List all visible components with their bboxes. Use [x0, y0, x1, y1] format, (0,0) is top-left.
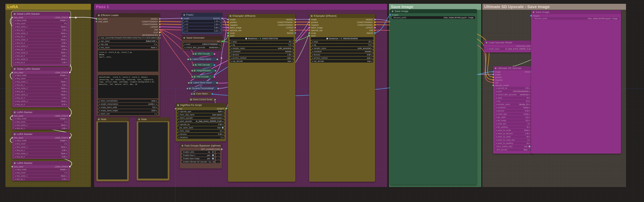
prompt-textarea[interactable]	[98, 122, 127, 180]
widget-lora_wt_1[interactable]: ◀lora_wt_11.20▶	[14, 178, 68, 181]
combo-right-arrow-icon[interactable]: ▶	[66, 140, 68, 141]
node-header[interactable]: LoRA Stacker	[12, 161, 70, 165]
output-dot[interactable]	[294, 19, 296, 20]
combo-right-arrow-icon[interactable]: ▶	[66, 118, 68, 119]
input-dot[interactable]	[492, 76, 494, 78]
combo-right-arrow-icon[interactable]: ▶	[530, 91, 530, 92]
node-header[interactable]: LoRA Stacker	[12, 110, 70, 114]
output-CONDITIONING-[interactable]: CONDITIONING-	[142, 23, 160, 25]
combo-left-arrow-icon[interactable]: ◀	[184, 24, 185, 25]
node-note[interactable]: Note	[137, 117, 170, 181]
combo-right-arrow-icon[interactable]: ▶	[66, 39, 68, 40]
input-model[interactable]: model	[493, 73, 500, 76]
widget-lora_wt_1[interactable]: ◀lora_wt_10.80▶	[14, 127, 68, 130]
widget-vae_name[interactable]: ◀vae_nameBaked VAE▶	[98, 40, 158, 42]
widget-preview_method[interactable]: ◀preview_methodauto▶	[230, 57, 294, 59]
combo-left-arrow-icon[interactable]: ◀	[178, 137, 179, 138]
combo-right-arrow-icon[interactable]: ▶	[66, 29, 68, 31]
input-dot[interactable]	[308, 35, 310, 37]
reroute-dot[interactable]	[221, 57, 222, 59]
output-dot[interactable]	[374, 24, 376, 26]
output-INT[interactable]: INT	[217, 40, 222, 42]
combo-left-arrow-icon[interactable]: ◀	[178, 130, 179, 132]
combo-right-arrow-icon[interactable]: ▶	[66, 49, 68, 50]
widget-iterations[interactable]: ◀iterations1▶	[177, 136, 224, 139]
combo-right-arrow-icon[interactable]: ▶	[292, 54, 293, 55]
widget-scheduler[interactable]: ◀schedulernormal▶	[230, 50, 294, 53]
combo-right-arrow-icon[interactable]: ▶	[66, 128, 68, 129]
combo-left-arrow-icon[interactable]: ◀	[496, 97, 497, 99]
widget-lora_name_1[interactable]: ◀lora_name_1None▶	[14, 175, 68, 177]
input-lora_stack[interactable]: lora_stack	[12, 137, 23, 139]
combo-right-arrow-icon[interactable]: ▶	[160, 37, 161, 39]
widget-lora_name_1[interactable]: ◀lora_name_1None▶	[14, 80, 68, 83]
output-VAE[interactable]: VAE	[154, 28, 160, 31]
combo-right-arrow-icon[interactable]: ▶	[66, 121, 68, 123]
combo-left-arrow-icon[interactable]: ◀	[99, 40, 100, 42]
input-dot[interactable]	[308, 21, 310, 23]
output-VAE[interactable]: VAE	[369, 29, 375, 31]
toggle-knob[interactable]	[528, 146, 530, 147]
node-ksampler-efficient-[interactable]: KSampler (Efficient)modelpositivenegativ…	[309, 14, 375, 182]
widget-denoise[interactable]: ◀denoise0.20▶	[495, 109, 532, 112]
output-dot[interactable]	[221, 40, 223, 42]
widget-upscale_by[interactable]: ◀upscale_by2.00▶	[177, 123, 224, 126]
widget-lora_count[interactable]: ◀lora_count2▶	[14, 142, 68, 145]
combo-left-arrow-icon[interactable]: ◀	[496, 123, 497, 125]
combo-left-arrow-icon[interactable]: ◀	[312, 41, 313, 42]
input-dot[interactable]	[492, 84, 494, 86]
combo-left-arrow-icon[interactable]: ◀	[312, 44, 313, 46]
combo-right-arrow-icon[interactable]: ▶	[66, 156, 68, 158]
collapse-icon[interactable]	[311, 15, 312, 17]
bypass-toggle[interactable]	[212, 154, 214, 156]
node-noise-control-script[interactable]: Noise Control Script	[188, 98, 215, 101]
output-dot[interactable]	[294, 32, 296, 34]
widget-sampler_name[interactable]: ◀sampler_nameeuler_ancestral▶	[230, 47, 294, 50]
prompt-textarea[interactable]: monochrome, score_3, score_2, score_1, m…	[98, 75, 158, 98]
combo-left-arrow-icon[interactable]: ◀	[15, 121, 16, 123]
output-dot[interactable]	[374, 21, 376, 23]
widget-seam_fix_width[interactable]: ◀seam_fix_width64▶	[495, 135, 532, 138]
widget-hires_steps[interactable]: ◀hires_steps12▶	[177, 130, 224, 132]
input-positive[interactable]: positive	[493, 76, 502, 78]
combo-left-arrow-icon[interactable]: ◀	[312, 57, 313, 59]
output-LATENT[interactable]: LATENT	[286, 26, 295, 29]
combo-left-arrow-icon[interactable]: ◀	[99, 47, 100, 48]
widget-lora_wt_5[interactable]: ◀lora_wt_50.80▶	[14, 55, 68, 57]
widget-force_uniform_tiles[interactable]: force_uniform_tilestrue	[495, 145, 532, 148]
combo-right-arrow-icon[interactable]: ▶	[372, 60, 372, 62]
node-fast-groups-bypasser-rgthree-[interactable]: Fast Groups Bypasser (rgthree)OPT_CONNEC…	[180, 144, 222, 169]
output-LORA_STACK[interactable]: LORA_STACK	[55, 16, 70, 19]
collapsed-output-dot[interactable]	[217, 88, 219, 89]
collapse-icon[interactable]	[182, 145, 183, 147]
combo-right-arrow-icon[interactable]: ▶	[66, 150, 68, 151]
widget-input_mode[interactable]: ◀input_modesimple▶	[14, 117, 68, 120]
output-LORA_STACK[interactable]: LORA_STACK	[55, 115, 70, 117]
combo-right-arrow-icon[interactable]: ▶	[530, 123, 530, 125]
combo-left-arrow-icon[interactable]: ◀	[178, 111, 179, 112]
widget-scheduler[interactable]: ◀schedulernormal▶	[311, 50, 374, 53]
output-CONDITIONING+[interactable]: CONDITIONING+	[277, 21, 295, 23]
combo-right-arrow-icon[interactable]: ▶	[292, 51, 293, 52]
collapse-dot-icon[interactable]	[194, 70, 196, 71]
output-MODEL[interactable]: MODEL	[366, 18, 375, 21]
combo-left-arrow-icon[interactable]: ◀	[178, 134, 179, 135]
widget-lora_wt_2[interactable]: ◀lora_wt_20.80▶	[14, 155, 68, 158]
combo-right-arrow-icon[interactable]: ▶	[156, 40, 157, 42]
node-latent-noise-injecti[interactable]: Latent Noise Injecti	[189, 81, 217, 84]
combo-right-arrow-icon[interactable]: ▶	[66, 169, 68, 170]
combo-right-arrow-icon[interactable]: ▶	[66, 179, 68, 180]
collapsed-input-dot[interactable]	[186, 88, 188, 89]
input-optional_vae[interactable]: optional_vae	[228, 29, 241, 31]
widget-lora_count[interactable]: ◀lora_count4▶	[14, 77, 68, 80]
input-negative[interactable]: negative	[493, 79, 503, 81]
collapsed-output-dot[interactable]	[214, 99, 216, 101]
node-dynamicthresholdingf[interactable]: DynamicThresholdingF	[188, 87, 218, 90]
input-dot[interactable]	[11, 166, 13, 168]
combo-left-arrow-icon[interactable]: ◀	[230, 51, 232, 52]
input-lora_stack[interactable]: lora_stack	[12, 165, 23, 168]
widget-denoise[interactable]: ◀denoise0.60▶	[311, 53, 374, 56]
combo-left-arrow-icon[interactable]: ◀	[496, 120, 497, 121]
input-dot[interactable]	[175, 108, 176, 110]
combo-right-arrow-icon[interactable]: ▶	[156, 100, 157, 102]
